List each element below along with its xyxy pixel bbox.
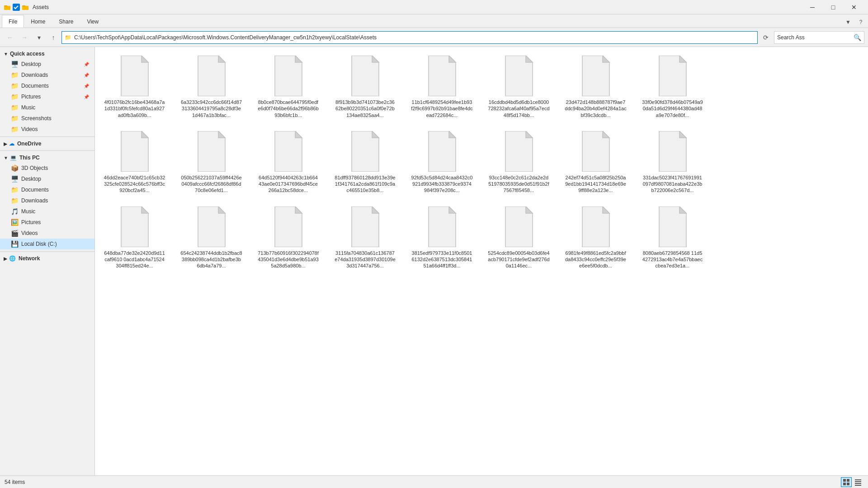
svg-marker-6 [142, 56, 148, 62]
file-item[interactable]: 6981fe49f8861ed5fc2a9bbfda8433c94cc0effc… [561, 202, 631, 273]
ribbon-help-button[interactable]: ? [855, 17, 866, 28]
sidebar-item-desktop-label: Desktop [21, 61, 41, 67]
tab-share[interactable]: Share [52, 15, 80, 28]
sidebar-item-music-thispc[interactable]: 🎵 Music [0, 206, 94, 217]
search-icon: 🔍 [854, 34, 861, 41]
sidebar-item-videos-thispc[interactable]: 🎬 Videos [0, 228, 94, 239]
sidebar-item-downloads-thispc[interactable]: 📁 Downloads [0, 195, 94, 206]
large-icons-view-button[interactable] [841, 477, 852, 487]
sidebar-thispc-header[interactable]: ▼ 💻 This PC [0, 153, 94, 163]
details-view-button[interactable] [853, 477, 863, 487]
svg-marker-50 [603, 206, 609, 213]
tab-home[interactable]: Home [24, 15, 52, 28]
sidebar-item-music[interactable]: 📁 Music [0, 102, 94, 113]
file-item[interactable]: 33f0e90fd378d46b07549a90da51d6d29f464438… [637, 52, 708, 122]
file-name: 050b256221037a59ff4426e0409afccc66fcf268… [180, 174, 242, 194]
up-button[interactable]: ↑ [47, 31, 60, 44]
onedrive-label: OneDrive [17, 141, 41, 147]
forward-button[interactable]: → [18, 31, 31, 44]
file-item[interactable]: 648dba77de32e2420d9d11caf9610 0acd1abc4a… [99, 202, 170, 273]
address-bar: ← → ▾ ↑ 📁 ⟳ 🔍 [0, 28, 868, 47]
svg-marker-26 [295, 131, 302, 138]
address-input-wrap[interactable]: 📁 [61, 31, 758, 44]
file-item[interactable]: 654c24238744ddb1b2fbac8389bb098ca4d1b2ba… [176, 202, 246, 273]
file-item[interactable]: 3815edf979733e11f0c85016132d2e6387513dc3… [407, 202, 477, 273]
file-item[interactable]: 8b0ce870bcae644795f0edfe6d0f74b6be66da2f… [253, 52, 323, 122]
file-item[interactable]: 8f913b9b3d741073be2c3662be80220351c6a0f0… [330, 52, 400, 122]
sidebar-divider-2 [0, 150, 94, 151]
minimize-button[interactable]: ─ [802, 0, 823, 14]
file-name: 8f913b9b3d741073be2c3662be80220351c6a0f0… [334, 99, 396, 118]
file-name: 8b0ce870bcae644795f0edfe6d0f74b6be66da2f… [257, 99, 319, 118]
sidebar-divider-1 [0, 136, 94, 137]
sidebar-item-localdisk-label: Local Disk (C:) [21, 241, 57, 247]
sidebar-item-desktop-thispc-label: Desktop [21, 176, 41, 182]
file-item[interactable]: 23d472d148b888787f9ae7ddc94ba20b4d0ef428… [561, 52, 631, 122]
file-item[interactable]: 11b1cf6489254d49fee1b93f2f9c6997b92b91ba… [407, 52, 477, 122]
pin-icon-documents: 📌 [84, 84, 89, 89]
sidebar-item-desktop[interactable]: 🖥️ Desktop 📌 [0, 59, 94, 70]
file-item[interactable]: 46dd2eace740bf21c65cb32325cfe028524c66c5… [99, 127, 170, 198]
back-button[interactable]: ← [4, 31, 16, 44]
refresh-button[interactable]: ⟳ [760, 31, 772, 44]
file-item[interactable]: 242ef74d51c5a08f25b250a9ed1bb194141734d1… [561, 127, 631, 198]
sidebar-quickaccess-header[interactable]: ▼ Quick access [0, 49, 94, 59]
sidebar-item-videos[interactable]: 📁 Videos [0, 124, 94, 135]
file-item[interactable]: 93cc148e0c2c61c2da2e2d51978035935de0d51f… [484, 127, 554, 198]
ribbon-collapse-button[interactable]: ▼ [843, 17, 854, 28]
file-icon [655, 56, 691, 96]
tab-view[interactable]: View [80, 15, 105, 28]
search-input[interactable] [777, 34, 852, 41]
maximize-button[interactable]: □ [823, 0, 844, 14]
dropdown-button[interactable]: ▾ [33, 31, 45, 44]
sidebar-item-screenshots[interactable]: 📁 Screenshots [0, 113, 94, 124]
sidebar-network-header[interactable]: ▶ 🌐 Network [0, 253, 94, 263]
sidebar-divider-3 [0, 251, 94, 252]
file-name: 8080aeb6729854568 11d54272913ac4b7e4a57b… [642, 250, 703, 269]
file-icon [270, 131, 307, 172]
sidebar-item-documents[interactable]: 📁 Documents 📌 [0, 80, 94, 91]
tab-file[interactable]: File [2, 15, 24, 28]
sidebar-item-documents-thispc[interactable]: 📁 Documents [0, 184, 94, 195]
file-icon [501, 206, 537, 247]
svg-marker-42 [295, 206, 302, 213]
file-item[interactable]: 6a3233c942cc6dc66f14d873133604419795a8c2… [176, 52, 246, 122]
screenshots-icon: 📁 [11, 115, 19, 122]
svg-marker-44 [372, 206, 379, 213]
sidebar-item-pictures-label: Pictures [21, 94, 41, 100]
svg-rect-1 [4, 5, 7, 6]
svg-marker-30 [449, 131, 456, 138]
file-item[interactable]: 4f01076b2fc16be43468a7a1d331bf0fc5fefcd8… [99, 52, 170, 122]
file-item[interactable]: 92fd53c5d84d24caa8432c0921d9934fb333879c… [407, 127, 477, 198]
svg-rect-57 [855, 479, 861, 480]
search-wrap[interactable]: 🔍 [774, 31, 864, 44]
file-item[interactable]: 3115fa704830a61c136787e74da31935d3897d30… [330, 202, 400, 273]
thispc-arrow: ▼ [4, 155, 8, 160]
file-item[interactable]: 5254cdc89e00054b03d6fe4acb790171cfde9ef2… [484, 202, 554, 273]
sidebar-item-3dobjects[interactable]: 📦 3D Objects [0, 163, 94, 174]
sidebar-item-pictures-thispc-label: Pictures [21, 219, 41, 225]
sidebar-item-downloads[interactable]: 📁 Downloads 📌 [0, 70, 94, 80]
file-item[interactable]: 81dff937860128dd913e39e1f341761a2cda861f… [330, 127, 400, 198]
downloads-icon: 📁 [11, 71, 19, 79]
close-button[interactable]: ✕ [844, 0, 864, 14]
sidebar-item-pictures-thispc[interactable]: 🖼️ Pictures [0, 217, 94, 228]
file-icon [578, 131, 614, 172]
file-name: 81dff937860128dd913e39e1f341761a2cda861f… [334, 174, 396, 194]
sidebar-item-pictures[interactable]: 📁 Pictures 📌 [0, 91, 94, 102]
sidebar-item-videos-label: Videos [21, 126, 38, 132]
file-name: 33f0e90fd378d46b07549a90da51d6d29f464438… [642, 99, 703, 118]
file-name: 6a3233c942cc6dc66f14d873133604419795a8c2… [180, 99, 242, 118]
file-item[interactable]: 8080aeb6729854568 11d54272913ac4b7e4a57b… [637, 202, 708, 273]
sidebar-item-localdisk[interactable]: 💾 Local Disk (C:) [0, 239, 94, 249]
file-item[interactable]: 713b77b60916f302294078f435041d3e6d4dbe9b… [253, 202, 323, 273]
file-item[interactable]: 050b256221037a59ff4426e0409afccc66fcf268… [176, 127, 246, 198]
file-item[interactable]: 16cddbd4bd5d6db1ce8000728232afca6af40af9… [484, 52, 554, 122]
file-item[interactable]: 64d5120f94404263c1b66443ae0e017347696bdf… [253, 127, 323, 198]
address-input[interactable] [74, 34, 755, 41]
file-item[interactable]: 331dac5023f41767691991097df9807081eaba42… [637, 127, 708, 198]
3dobjects-icon: 📦 [11, 164, 19, 172]
sidebar-onedrive-header[interactable]: ▶ ☁ OneDrive [0, 139, 94, 149]
svg-rect-60 [855, 485, 861, 486]
sidebar-item-desktop-thispc[interactable]: 🖥️ Desktop [0, 174, 94, 184]
